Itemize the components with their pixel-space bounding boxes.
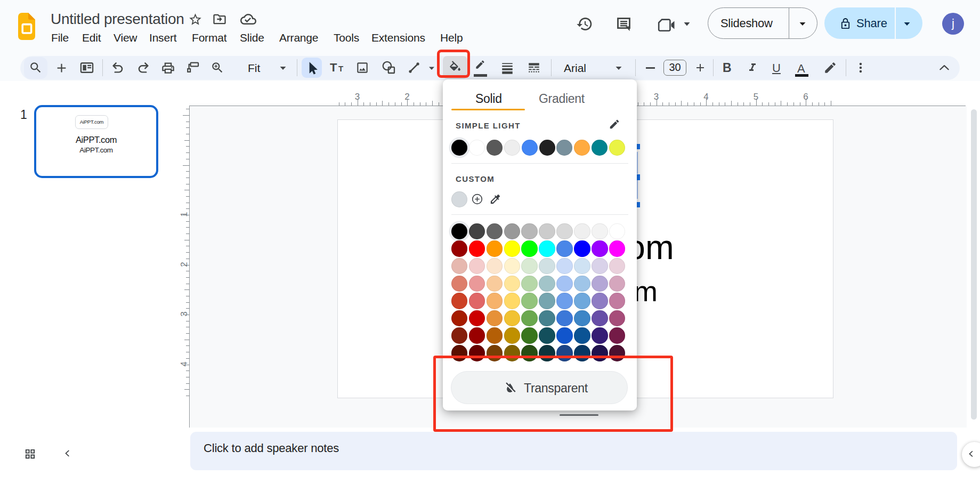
svg-text:T: T [338,64,343,73]
svg-text:T: T [330,61,337,74]
